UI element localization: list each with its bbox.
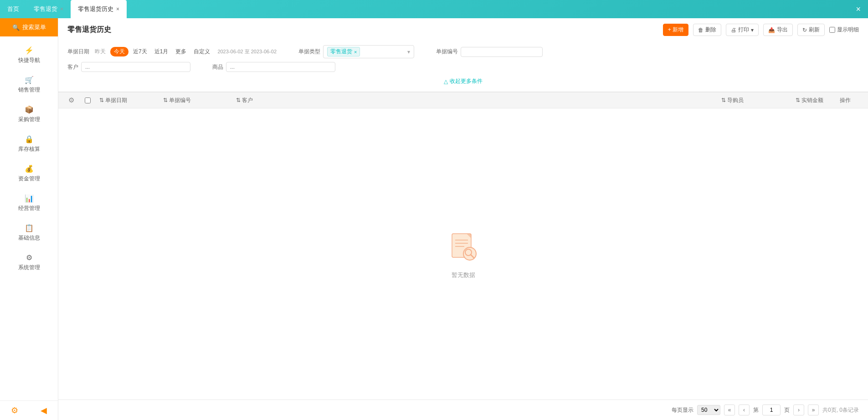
refresh-button[interactable]: ↻ 刷新 [797, 24, 825, 36]
customer-filter: 客户 [67, 62, 190, 72]
sidebar-nav: ⚡ 快捷导航 🛒 销售管理 📦 采购管理 🔒 库存核算 💰 资金管理 📊 [0, 36, 58, 400]
show-detail-checkbox-group: 显示明细 [829, 26, 859, 34]
sales-icon: 🛒 [25, 75, 34, 84]
new-button[interactable]: + 新增 [663, 24, 688, 36]
delete-icon: 🗑 [698, 27, 704, 33]
doc-no-input[interactable] [461, 47, 543, 57]
filter-row-1: 单据日期 昨天 今天 近7天 近1月 更多 自定义 2023-06-02 至 2… [67, 45, 859, 58]
date-options: 昨天 今天 近7天 近1月 更多 自定义 [92, 47, 213, 56]
print-button[interactable]: 🖨 打印 ▾ [726, 24, 759, 36]
sidebar-item-sales-mgmt[interactable]: 🛒 销售管理 [0, 70, 58, 99]
pagination: 每页显示 50 10 20 100 « ‹ 第 页 › » 共0页, 0条记录 [58, 400, 868, 420]
collapse-sidebar-icon[interactable]: ◀ [41, 405, 47, 415]
th-doc-date[interactable]: ⇅ 单据日期 [96, 97, 159, 104]
sidebar-item-quick-nav[interactable]: ⚡ 快捷导航 [0, 40, 58, 70]
inventory-icon: 🔒 [25, 134, 34, 143]
today-option[interactable]: 今天 [110, 47, 128, 56]
sidebar: 🔍 搜索菜单 ⚡ 快捷导航 🛒 销售管理 📦 采购管理 🔒 库存核算 💰 [0, 18, 58, 420]
goods-input[interactable] [226, 62, 335, 72]
th-guide[interactable]: ⇅ 导购员 [718, 97, 772, 104]
sidebar-item-operation[interactable]: 📊 经营管理 [0, 188, 58, 218]
th-action: 操作 [827, 97, 863, 104]
table-header: ⚙ ⇅ 单据日期 ⇅ 单据编号 ⇅ 客户 ⇅ [58, 92, 868, 108]
prev-page-button[interactable]: ‹ [739, 405, 750, 415]
system-icon: ⚙ [25, 253, 34, 262]
tab-retail-return-close[interactable]: × [60, 6, 63, 12]
main-layout: 🔍 搜索菜单 ⚡ 快捷导航 🛒 销售管理 📦 采购管理 🔒 库存核算 💰 [0, 18, 868, 420]
empty-illustration [445, 229, 482, 266]
empty-text: 暂无数据 [452, 271, 475, 279]
first-page-button[interactable]: « [724, 405, 735, 415]
more-option[interactable]: 更多 [173, 47, 189, 56]
doc-type-filter: 单据类型 零售退货 × ▾ [298, 45, 414, 58]
empty-state: 暂无数据 [58, 108, 868, 400]
date-range-text: 2023-06-02 至 2023-06-02 [217, 48, 277, 55]
collapse-icon: △ [444, 78, 448, 85]
doc-type-tag: 零售退货 × [327, 47, 360, 56]
sidebar-item-finance[interactable]: 💰 资金管理 [0, 159, 58, 188]
tab-retail-return-history-close[interactable]: × [116, 6, 119, 12]
sidebar-item-inventory[interactable]: 🔒 库存核算 [0, 129, 58, 159]
toolbar: + 新增 🗑 删除 🖨 打印 ▾ 📤 导出 [663, 24, 859, 36]
delete-button[interactable]: 🗑 删除 [693, 24, 721, 36]
per-page-select[interactable]: 50 10 20 100 [697, 405, 720, 415]
last1m-option[interactable]: 近1月 [152, 47, 171, 56]
window-close-button[interactable]: × [848, 5, 868, 14]
tab-retail-return[interactable]: 零售退货 × [26, 0, 71, 18]
page-title: 零售退货历史 [67, 25, 111, 35]
tab-home[interactable]: 首页 [0, 0, 26, 18]
doc-type-dropdown-icon: ▾ [407, 49, 410, 55]
finance-icon: 💰 [25, 164, 34, 173]
sidebar-search[interactable]: 🔍 搜索菜单 [0, 18, 58, 36]
th-amount[interactable]: ⇅ 实销金额 [772, 97, 827, 104]
print-dropdown-icon: ▾ [751, 27, 754, 33]
last7-option[interactable]: 近7天 [130, 47, 150, 56]
sidebar-item-basic-info[interactable]: 📋 基础信息 [0, 218, 58, 247]
goods-filter: 商品 [212, 62, 335, 72]
sidebar-item-system[interactable]: ⚙ 系统管理 [0, 247, 58, 277]
customer-input[interactable] [81, 62, 190, 72]
sidebar-item-purchase-mgmt[interactable]: 📦 采购管理 [0, 99, 58, 129]
th-checkbox[interactable] [79, 97, 96, 103]
yesterday-option[interactable]: 昨天 [92, 47, 108, 56]
page-header: 零售退货历史 + 新增 🗑 删除 🖨 打印 ▾ 📤 [58, 18, 868, 92]
th-settings[interactable]: ⚙ [63, 94, 79, 107]
settings-footer-icon[interactable]: ⚙ [11, 405, 18, 415]
purchase-icon: 📦 [25, 105, 34, 114]
custom-option[interactable]: 自定义 [191, 47, 213, 56]
page-title-row: 零售退货历史 + 新增 🗑 删除 🖨 打印 ▾ 📤 [67, 24, 859, 36]
last-page-button[interactable]: » [808, 405, 819, 415]
next-page-button[interactable]: › [793, 405, 804, 415]
top-bar: 首页 零售退货 × 零售退货历史 × × [0, 0, 868, 18]
filter-row-2: 客户 商品 [67, 62, 859, 72]
operation-icon: 📊 [25, 194, 34, 203]
filter-collapse-button[interactable]: △ 收起更多条件 [67, 76, 859, 87]
filter-area: 单据日期 昨天 今天 近7天 近1月 更多 自定义 2023-06-02 至 2… [67, 41, 859, 92]
search-icon: 🔍 [12, 24, 20, 31]
print-icon: 🖨 [731, 27, 736, 33]
basic-info-icon: 📋 [25, 223, 34, 232]
content-area: 零售退货历史 + 新增 🗑 删除 🖨 打印 ▾ 📤 [58, 18, 868, 420]
page-summary: 共0页, 0条记录 [822, 406, 859, 414]
page-input[interactable] [762, 405, 781, 415]
table-area: ⚙ ⇅ 单据日期 ⇅ 单据编号 ⇅ 客户 ⇅ [58, 92, 868, 400]
sidebar-footer: ⚙ ◀ [0, 400, 58, 420]
tab-retail-return-history[interactable]: 零售退货历史 × [71, 0, 127, 18]
export-button[interactable]: 📤 导出 [763, 24, 793, 36]
th-customer[interactable]: ⇅ 客户 [232, 97, 718, 104]
doc-type-tag-close[interactable]: × [354, 49, 357, 55]
doc-date-filter: 单据日期 昨天 今天 近7天 近1月 更多 自定义 2023-06-02 至 2… [67, 47, 277, 56]
show-detail-checkbox[interactable] [829, 27, 835, 33]
doc-type-select[interactable]: 零售退货 × ▾ [323, 45, 414, 58]
th-doc-no[interactable]: ⇅ 单据编号 [159, 97, 232, 104]
export-icon: 📤 [768, 27, 775, 33]
tab-list: 首页 零售退货 × 零售退货历史 × [0, 0, 848, 18]
settings-gear-icon[interactable]: ⚙ [67, 94, 76, 107]
quick-nav-icon: ⚡ [25, 46, 34, 55]
refresh-icon: ↻ [802, 27, 807, 33]
doc-no-filter: 单据编号 [436, 47, 543, 57]
select-all-checkbox[interactable] [85, 97, 91, 103]
